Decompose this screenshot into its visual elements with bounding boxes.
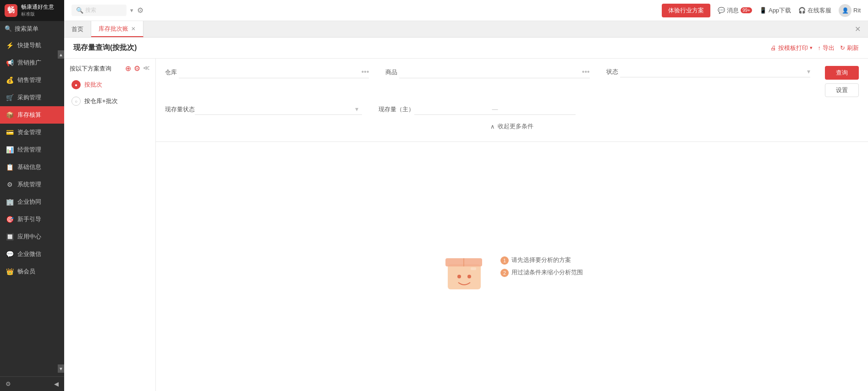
export-button[interactable]: ↑ 导出 <box>818 44 835 52</box>
search-menu-item[interactable]: 🔍 搜索菜单 <box>0 21 64 37</box>
page-content: 现存量查询(按批次) 🖨 按模板打印 ▾ ↑ 导出 ↻ 刷新 <box>64 38 868 391</box>
page-header-actions: 🖨 按模板打印 ▾ ↑ 导出 ↻ 刷新 <box>770 44 859 52</box>
sidebar-footer: ⚙ ◀ <box>0 376 64 391</box>
empty-state: 1 请先选择要分析的方案 2 用过滤条件来缩小分析范围 <box>156 142 868 391</box>
scroll-up-arrow[interactable]: ▲ <box>58 50 64 59</box>
settings-button[interactable]: 设置 <box>825 83 859 97</box>
empty-illustration <box>441 244 487 289</box>
main-area: 🔍 搜索 ▾ ⚙ 体验行业方案 💬 消息 99+ 📱 App下载 🎧 在线客服 <box>64 0 868 391</box>
avatar-placeholder: 👤 <box>842 7 849 14</box>
sidebar-item-guide[interactable]: 🎯 新手引导 <box>0 211 64 228</box>
topbar-search[interactable]: 🔍 搜索 <box>71 5 126 16</box>
finance-icon: 💳 <box>5 128 14 136</box>
wechat-icon: 💬 <box>5 250 14 258</box>
stock-status-dropdown-icon[interactable]: ▾ <box>355 105 358 113</box>
manage-plan-icon[interactable]: ⚙ <box>134 64 140 73</box>
sidebar-item-quick-nav[interactable]: ⚡ 快捷导航 <box>0 37 64 54</box>
user-menu[interactable]: 👤 Rit <box>839 4 861 17</box>
search-icon: 🔍 <box>5 25 12 32</box>
warehouse-input-box[interactable]: ••• <box>179 66 369 78</box>
sidebar-item-wechat[interactable]: 💬 企业微信 <box>0 245 64 263</box>
app-edition: 标准版 <box>21 11 54 17</box>
panel-header: 按以下方案查询 ⊕ ⚙ ≪ <box>64 64 155 76</box>
messages-badge: 99+ <box>741 7 752 13</box>
product-filter: 商品 ••• <box>385 66 589 78</box>
query-button[interactable]: 查询 <box>825 66 859 80</box>
tip-num-2: 2 <box>500 269 509 277</box>
svg-point-3 <box>457 275 461 278</box>
sidebar-item-finance[interactable]: 💳 资金管理 <box>0 124 64 141</box>
warehouse-filter: 仓库 ••• <box>165 66 369 78</box>
add-plan-icon[interactable]: ⊕ <box>125 64 131 73</box>
tab-inventory-batch[interactable]: 库存批次账 ✕ <box>91 21 143 37</box>
messages-button[interactable]: 💬 消息 99+ <box>718 6 752 15</box>
stock-status-filter: 现存量状态 ▾ <box>165 103 362 115</box>
member-icon: 👑 <box>5 267 14 276</box>
collapse-sidebar-icon[interactable]: ◀ <box>54 380 59 387</box>
product-input-box[interactable]: ••• <box>399 66 589 78</box>
refresh-button[interactable]: ↻ 刷新 <box>840 44 859 52</box>
headset-icon: 🎧 <box>798 7 806 14</box>
export-icon: ↑ <box>818 44 821 51</box>
printer-icon: 🖨 <box>770 44 776 51</box>
sidebar-item-operations[interactable]: 📊 经营管理 <box>0 141 64 158</box>
print-template-button[interactable]: 🖨 按模板打印 ▾ <box>770 44 813 52</box>
app-download-button[interactable]: 📱 App下载 <box>759 6 791 15</box>
app-name: 畅康通好生意 <box>21 4 54 11</box>
sidebar-item-member[interactable]: 👑 畅会员 <box>0 263 64 280</box>
app-center-icon: 🔲 <box>5 233 14 241</box>
warehouse-label: 仓库 <box>165 68 179 76</box>
sidebar-item-basic-info[interactable]: 📋 基础信息 <box>0 158 64 176</box>
tip-num-1: 1 <box>500 256 509 265</box>
product-label: 商品 <box>385 68 399 76</box>
sidebar-item-app-center[interactable]: 🔲 应用中心 <box>0 228 64 245</box>
tab-home[interactable]: 首页 <box>64 21 91 37</box>
trial-button[interactable]: 体验行业方案 <box>662 4 710 17</box>
plan-item-batch[interactable]: ● 按批次 <box>64 76 155 93</box>
sidebar-item-purchase[interactable]: 🛒 采购管理 <box>0 89 64 106</box>
plan-active-icon: ● <box>71 80 81 89</box>
plan-inactive-icon: ○ <box>71 97 81 106</box>
system-icon: ⚙ <box>5 180 14 189</box>
status-dropdown-icon[interactable]: ▾ <box>807 68 810 75</box>
scroll-down-arrow[interactable]: ▼ <box>58 364 64 373</box>
tab-inventory-batch-close[interactable]: ✕ <box>131 26 136 32</box>
stock-qty-dash: — <box>492 106 498 113</box>
tabbar: 首页 库存批次账 ✕ ✕ <box>64 21 868 38</box>
sidebar-item-inventory[interactable]: 📦 库存核算 <box>0 106 64 124</box>
settings-icon[interactable]: ⚙ <box>5 380 11 387</box>
topbar-left: 🔍 搜索 ▾ ⚙ <box>71 5 656 16</box>
sidebar-item-sales[interactable]: 💰 销售管理 <box>0 71 64 89</box>
status-input-box[interactable]: ▾ <box>620 66 810 77</box>
empty-tip-2: 2 用过滤条件来缩小分析范围 <box>500 268 583 277</box>
sidebar-item-system[interactable]: ⚙ 系统管理 <box>0 176 64 193</box>
product-dots-icon[interactable]: ••• <box>582 68 590 76</box>
sidebar: 畅 畅康通好生意 标准版 🔍 搜索菜单 ⚡ 快捷导航 📢 营销推广 💰 销售管理… <box>0 0 64 391</box>
quick-nav-icon: ⚡ <box>5 41 14 49</box>
collapse-panel-icon[interactable]: ≪ <box>143 64 150 73</box>
topbar-settings-icon[interactable]: ⚙ <box>137 6 143 15</box>
sidebar-nav: ⚡ 快捷导航 📢 营销推广 💰 销售管理 🛒 采购管理 📦 库存核算 💳 资金管… <box>0 37 64 376</box>
sidebar-item-enterprise[interactable]: 🏢 企业协同 <box>0 193 64 211</box>
stock-qty-label: 现存量（主） <box>379 105 414 114</box>
operations-icon: 📊 <box>5 146 14 154</box>
online-service-button[interactable]: 🎧 在线客服 <box>798 6 831 15</box>
topbar: 🔍 搜索 ▾ ⚙ 体验行业方案 💬 消息 99+ 📱 App下载 🎧 在线客服 <box>64 0 868 21</box>
tab-home-label: 首页 <box>71 25 83 33</box>
tab-panel-close-button[interactable]: ✕ <box>847 25 868 33</box>
purchase-icon: 🛒 <box>5 93 14 102</box>
sidebar-header: 畅 畅康通好生意 标准版 <box>0 0 64 21</box>
warehouse-dots-icon[interactable]: ••• <box>362 68 369 76</box>
stock-qty-input-box[interactable]: — <box>414 104 576 115</box>
topbar-dropdown-icon[interactable]: ▾ <box>130 7 133 14</box>
collapse-more-button[interactable]: ∧ 收起更多条件 <box>165 119 859 134</box>
print-dropdown-icon[interactable]: ▾ <box>810 45 813 51</box>
sidebar-item-marketing[interactable]: 📢 营销推广 <box>0 54 64 71</box>
collapse-up-icon: ∧ <box>490 123 495 130</box>
panel-title: 按以下方案查询 <box>70 65 111 73</box>
plan-warehouse-batch-label: 按仓库+批次 <box>84 97 118 105</box>
stock-status-input-box[interactable]: ▾ <box>195 103 362 115</box>
plan-item-warehouse-batch[interactable]: ○ 按仓库+批次 <box>64 93 155 109</box>
status-label: 状态 <box>606 68 620 76</box>
phone-icon: 📱 <box>759 7 767 14</box>
